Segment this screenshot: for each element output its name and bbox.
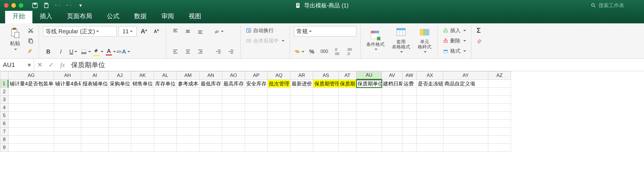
- cell-AP3[interactable]: [245, 96, 268, 104]
- col-header-AO[interactable]: AO: [222, 71, 245, 80]
- cell-AY9[interactable]: [443, 144, 488, 152]
- autosave-icon[interactable]: [32, 2, 38, 9]
- formula-input[interactable]: 保质期单位: [68, 60, 644, 69]
- cell-AG3[interactable]: [9, 96, 54, 104]
- tab-公式[interactable]: 公式: [99, 10, 127, 23]
- tab-视图[interactable]: 视图: [181, 10, 209, 23]
- cell-AI5[interactable]: [81, 112, 109, 120]
- cell-AW7[interactable]: [402, 128, 417, 136]
- cell-AM9[interactable]: [177, 144, 200, 152]
- namebox-down[interactable]: [28, 65, 31, 68]
- cell-AO3[interactable]: [222, 96, 245, 104]
- cell-AT3[interactable]: [339, 96, 356, 104]
- align-bottom-button[interactable]: [195, 26, 206, 36]
- align-center-button[interactable]: [182, 46, 193, 57]
- cell-AK9[interactable]: [131, 144, 154, 152]
- cell-AR8[interactable]: [290, 136, 313, 144]
- cell-AJ8[interactable]: [109, 136, 131, 144]
- cell-AH6[interactable]: [54, 120, 81, 128]
- cell-AP8[interactable]: [245, 136, 268, 144]
- align-left-button[interactable]: [170, 46, 181, 57]
- cell-AY2[interactable]: [443, 88, 488, 96]
- cell-AN5[interactable]: [200, 112, 222, 120]
- cell-AJ6[interactable]: [109, 120, 131, 128]
- cell-AH9[interactable]: [54, 144, 81, 152]
- currency-button[interactable]: [294, 46, 305, 57]
- cell-AI1[interactable]: 报表辅单位: [81, 80, 109, 88]
- cell-AQ1[interactable]: 批次管理: [268, 80, 290, 88]
- cell-AS4[interactable]: [313, 104, 339, 112]
- cell-AW3[interactable]: [402, 96, 417, 104]
- cell-AS2[interactable]: [313, 88, 339, 96]
- cell-AI8[interactable]: [81, 136, 109, 144]
- col-header-AZ[interactable]: AZ: [488, 71, 511, 80]
- cell-AU7[interactable]: [356, 128, 382, 136]
- row-header-7[interactable]: 7: [0, 128, 9, 136]
- cell-AM5[interactable]: [177, 112, 200, 120]
- cell-AK4[interactable]: [131, 104, 154, 112]
- cell-AX7[interactable]: [417, 128, 443, 136]
- cell-AR3[interactable]: [290, 96, 313, 104]
- cell-AK3[interactable]: [131, 96, 154, 104]
- cell-AN3[interactable]: [200, 96, 222, 104]
- cell-AL6[interactable]: [154, 120, 177, 128]
- cell-AY5[interactable]: [443, 112, 488, 120]
- cell-AX8[interactable]: [417, 136, 443, 144]
- tab-审阅[interactable]: 审阅: [154, 10, 181, 23]
- cell-AJ2[interactable]: [109, 88, 131, 96]
- cell-AR5[interactable]: [290, 112, 313, 120]
- search-sheet[interactable]: [591, 3, 638, 9]
- col-header-AT[interactable]: AT: [339, 71, 356, 80]
- cell-AH8[interactable]: [54, 136, 81, 144]
- cell-AN4[interactable]: [200, 104, 222, 112]
- font-name-combo[interactable]: 等线 Regular (正文): [43, 26, 117, 36]
- col-header-AV[interactable]: AV: [382, 71, 402, 80]
- col-header-AL[interactable]: AL: [154, 71, 177, 80]
- percent-button[interactable]: %: [306, 46, 317, 57]
- cell-AG7[interactable]: [9, 128, 54, 136]
- cell-AO9[interactable]: [222, 144, 245, 152]
- cell-AJ3[interactable]: [109, 96, 131, 104]
- row-header-9[interactable]: 9: [0, 144, 9, 152]
- autosum-button[interactable]: Σ: [475, 26, 483, 35]
- row-header-3[interactable]: 3: [0, 96, 9, 104]
- zoom-window[interactable]: [19, 3, 23, 8]
- tab-数据[interactable]: 数据: [127, 10, 154, 23]
- col-header-AQ[interactable]: AQ: [268, 71, 290, 80]
- cell-AV2[interactable]: [382, 88, 402, 96]
- cancel-formula-button[interactable]: ✕: [34, 61, 45, 69]
- cell-AK5[interactable]: [131, 112, 154, 120]
- borders-button[interactable]: [80, 46, 91, 57]
- cell-AX9[interactable]: [417, 144, 443, 152]
- cell-AH5[interactable]: [54, 112, 81, 120]
- italic-button[interactable]: I: [55, 46, 66, 57]
- cell-AH2[interactable]: [54, 88, 81, 96]
- cell-AS6[interactable]: [313, 120, 339, 128]
- cell-AP6[interactable]: [245, 120, 268, 128]
- cell-AQ5[interactable]: [268, 112, 290, 120]
- increase-font-button[interactable]: A▴: [138, 26, 149, 36]
- cell-AW8[interactable]: [402, 136, 417, 144]
- cell-AM7[interactable]: [177, 128, 200, 136]
- cell-AW9[interactable]: [402, 144, 417, 152]
- col-header-AI[interactable]: AI: [81, 71, 109, 80]
- cell-AL4[interactable]: [154, 104, 177, 112]
- cell-AU5[interactable]: [356, 112, 382, 120]
- cell-AN8[interactable]: [200, 136, 222, 144]
- cell-AI2[interactable]: [81, 88, 109, 96]
- cell-AV8[interactable]: [382, 136, 402, 144]
- cell-AY3[interactable]: [443, 96, 488, 104]
- cell-AU4[interactable]: [356, 104, 382, 112]
- cell-AW6[interactable]: [402, 120, 417, 128]
- wrap-text-button[interactable]: 自动换行: [245, 26, 286, 35]
- cell-AG9[interactable]: [9, 144, 54, 152]
- comma-button[interactable]: 000: [319, 46, 330, 57]
- row-header-6[interactable]: 6: [0, 120, 9, 128]
- cell-AO2[interactable]: [222, 88, 245, 96]
- col-header-AS[interactable]: AS: [313, 71, 339, 80]
- cell-AL7[interactable]: [154, 128, 177, 136]
- delete-cells-button[interactable]: 删除: [442, 36, 467, 46]
- cell-AP2[interactable]: [245, 88, 268, 96]
- cell-AQ3[interactable]: [268, 96, 290, 104]
- cell-AG1[interactable]: 辅计量4是否包装单位: [9, 80, 54, 88]
